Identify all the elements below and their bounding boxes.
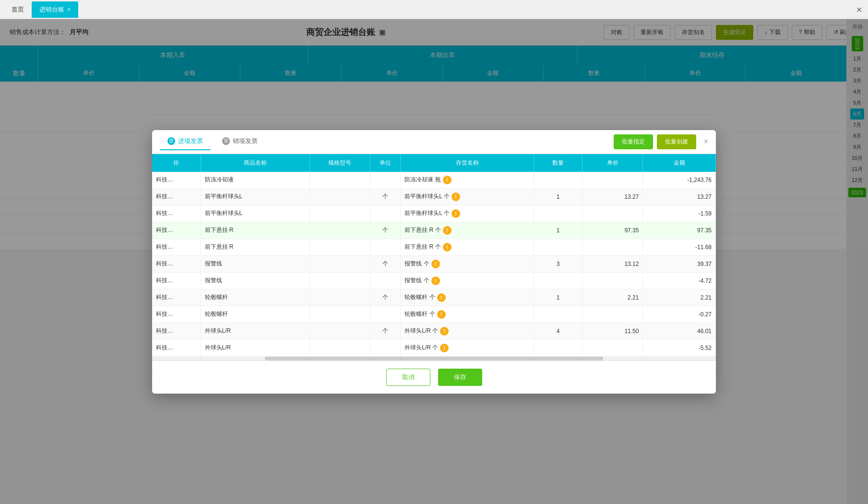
tab-home[interactable]: 首页 <box>4 1 32 18</box>
col-supplier: 你 <box>152 154 201 172</box>
table-row: 科技… 前平衡杆球头L 个 前平衡杆球头L 个 ! 1 13.27 13.27 <box>152 188 716 205</box>
warning-icon: ! <box>437 293 446 302</box>
dialog-scrollbar-thumb[interactable] <box>265 357 603 360</box>
warning-icon: ! <box>431 276 440 285</box>
cell-spec <box>309 222 370 239</box>
cell-quantity <box>534 272 583 289</box>
cell-unit: 个 <box>370 255 401 272</box>
cell-supplier: 科技… <box>152 289 201 306</box>
tab-in-icon: 票 <box>167 137 175 145</box>
warning-icon: ! <box>440 344 449 352</box>
cell-spec <box>309 255 370 272</box>
cell-inventory: 外球头L/R 个 ! <box>401 339 534 356</box>
cell-product: 外球头L/R <box>201 339 309 356</box>
warning-icon: ! <box>452 192 460 201</box>
cell-supplier: 科技… <box>152 255 201 272</box>
cell-spec <box>309 323 370 339</box>
col-unit-price: 单价 <box>583 154 643 172</box>
tab-in-invoice[interactable]: 票 进项发票 <box>160 133 211 150</box>
cancel-button[interactable]: 取消 <box>386 369 430 386</box>
cell-inventory: 轮毂螺杆 个 ! <box>401 306 534 323</box>
cell-spec <box>309 306 370 323</box>
cell-unit-price: 11.50 <box>583 323 643 339</box>
cell-unit <box>370 172 401 189</box>
cell-unit-price <box>583 306 643 323</box>
cell-inventory: 报警线 个 ! <box>401 272 534 289</box>
table-rows: 科技… 防冻冷却液 防冻冷却液 瓶 ! -1,243.76 科技… 前平衡杆球头… <box>152 172 716 357</box>
tab-bar: 首页 进销台账 × ✕ <box>0 0 868 19</box>
cell-amount: 39.37 <box>643 255 716 272</box>
warning-icon: ! <box>437 310 446 319</box>
col-product-name: 商品名称 <box>201 154 309 172</box>
table-header-row: 你 商品名称 规格型号 单位 存货名称 数量 单价 金额 <box>152 154 716 172</box>
cell-unit-price <box>583 205 643 222</box>
warning-icon: ! <box>431 260 440 268</box>
cell-product: 前下悬挂 R <box>201 222 309 239</box>
dialog-header-actions: 批量指定 批量创建 <box>614 134 696 149</box>
cell-supplier: 科技… <box>152 339 201 356</box>
modal-overlay: 票 进项发票 票 销项发票 批量指定 批量创建 × 你 <box>0 19 868 504</box>
tab-out-icon: 票 <box>222 137 230 145</box>
cell-unit <box>370 306 401 323</box>
cell-amount: -5.52 <box>643 339 716 356</box>
cell-supplier: 科技… <box>152 272 201 289</box>
cell-spec <box>309 289 370 306</box>
tab-close-icon[interactable]: × <box>67 6 71 13</box>
cell-spec <box>309 339 370 356</box>
cell-supplier: 科技… <box>152 188 201 205</box>
cell-unit <box>370 205 401 222</box>
cell-inventory: 前下悬挂 R 个 ! <box>401 222 534 239</box>
tab-out-label: 销项发票 <box>233 137 258 145</box>
tab-current[interactable]: 进销台账 × <box>32 1 78 18</box>
table-row: 科技… 前平衡杆球头L 前平衡杆球头L 个 ! -1.59 <box>152 205 716 222</box>
cell-quantity <box>534 172 583 189</box>
table-row: 科技… 外球头L/R 外球头L/R 个 ! -5.52 <box>152 339 716 356</box>
cell-quantity: 1 <box>534 222 583 239</box>
cell-product: 前下悬挂 R <box>201 239 309 255</box>
dialog-close-button[interactable]: × <box>704 137 708 146</box>
cell-quantity: 4 <box>534 323 583 339</box>
cell-unit-price <box>583 272 643 289</box>
cell-supplier: 科技… <box>152 323 201 339</box>
cell-quantity <box>534 339 583 356</box>
cell-quantity <box>534 239 583 255</box>
table-row: 科技… 前下悬挂 R 个 前下悬挂 R 个 ! 1 97.35 97.35 <box>152 222 716 239</box>
cell-product: 防冻冷却液 <box>201 172 309 189</box>
cell-unit: 个 <box>370 289 401 306</box>
cell-unit: 个 <box>370 188 401 205</box>
cell-amount: 46.01 <box>643 323 716 339</box>
cell-unit <box>370 272 401 289</box>
cell-unit: 个 <box>370 222 401 239</box>
cell-amount: 13.27 <box>643 188 716 205</box>
cell-unit-price: 13.27 <box>583 188 643 205</box>
batch-create-button[interactable]: 批量创建 <box>657 134 696 149</box>
tab-current-label: 进销台账 <box>39 5 64 14</box>
cell-inventory: 轮毂螺杆 个 ! <box>401 289 534 306</box>
dialog-scrollbar[interactable] <box>152 357 716 360</box>
cell-spec <box>309 172 370 189</box>
main-area: 销售成本计算方法： 月平均 商贸企业进销台账 ▣ 对账 重新开账 存货别名 生成… <box>0 19 868 504</box>
warning-icon: ! <box>443 226 452 235</box>
cell-product: 前平衡杆球头L <box>201 205 309 222</box>
batch-assign-button[interactable]: 批量指定 <box>614 134 653 149</box>
cell-amount: -1,243.76 <box>643 172 716 189</box>
cell-amount: -0.27 <box>643 306 716 323</box>
cell-quantity: 1 <box>534 188 583 205</box>
cell-inventory: 前平衡杆球头L 个 ! <box>401 205 534 222</box>
cell-spec <box>309 272 370 289</box>
cell-product: 前平衡杆球头L <box>201 188 309 205</box>
window-close-button[interactable]: ✕ <box>856 5 862 14</box>
col-spec: 规格型号 <box>309 154 370 172</box>
table-row: 科技… 轮毂螺杆 个 轮毂螺杆 个 ! 1 2.21 2.21 <box>152 289 716 306</box>
cell-amount: -1.59 <box>643 205 716 222</box>
tab-out-invoice[interactable]: 票 销项发票 <box>214 133 265 150</box>
cell-unit-price <box>583 172 643 189</box>
dialog-footer: 取消 保存 <box>152 360 716 394</box>
table-row: 科技… 防冻冷却液 防冻冷却液 瓶 ! -1,243.76 <box>152 172 716 189</box>
col-amount: 金额 <box>643 154 716 172</box>
cell-quantity: 3 <box>534 255 583 272</box>
cell-unit <box>370 339 401 356</box>
save-button[interactable]: 保存 <box>438 369 482 386</box>
cell-spec <box>309 239 370 255</box>
cell-spec <box>309 188 370 205</box>
